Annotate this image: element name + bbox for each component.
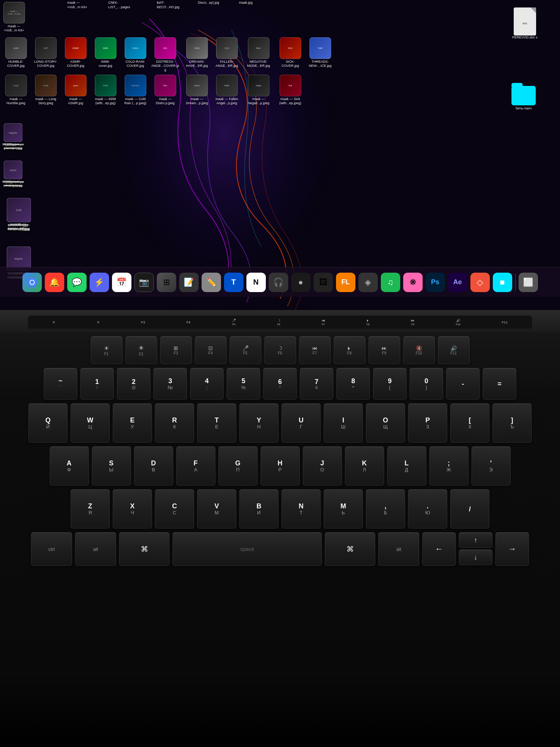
- key-l[interactable]: L Д: [387, 446, 426, 486]
- key-a[interactable]: A Ф: [50, 446, 89, 486]
- icon-43-subsc2[interactable]: subsc 43_subsc...: [2, 161, 24, 184]
- icon-coldrain-cover[interactable]: COLD COLD-RAIN-COVER.jpg: [121, 37, 149, 68]
- icon-maak-sick[interactable]: Sick maak — Sick(with...ep.jpeg): [276, 75, 304, 105]
- key-x[interactable]: X Ч: [113, 489, 152, 529]
- icon-sick-cover[interactable]: SCK SICK-COVER.jpg: [276, 37, 304, 68]
- key-f7[interactable]: ⏮ F7: [299, 336, 331, 364]
- key-f4[interactable]: ⊡ F4: [195, 336, 227, 364]
- touchbar-f3[interactable]: F3: [141, 320, 145, 324]
- icon-maak-coldrain[interactable]: Cold Rain maak — ColdRain (...p.jpeg): [121, 75, 149, 105]
- key-3[interactable]: 3 №: [153, 368, 187, 400]
- dock-headphones[interactable]: 🎧: [269, 273, 288, 292]
- key-e[interactable]: E У: [113, 403, 152, 443]
- key-4[interactable]: 4 ;: [190, 368, 224, 400]
- key-z[interactable]: Z Я: [71, 489, 110, 529]
- icon-threads-cover[interactable]: THR THREADS-NEW-...ICE.jpg: [306, 37, 334, 68]
- key-q[interactable]: Q Й: [28, 403, 68, 443]
- key-t[interactable]: T Е: [197, 403, 236, 443]
- key-c[interactable]: C С: [155, 489, 194, 529]
- touchbar-f11[interactable]: F11: [502, 320, 508, 324]
- key-arrow-right[interactable]: →: [495, 532, 529, 566]
- touchbar-brightness-high[interactable]: ☀: [97, 320, 100, 324]
- icon-asmr-cover[interactable]: ASMR ASMR-COVER.jpg: [62, 37, 90, 68]
- key-i[interactable]: I Ш: [324, 403, 363, 443]
- icon-humble-cover[interactable]: HUM HUMBLE-COVER.jpg: [2, 37, 30, 68]
- key-h[interactable]: H Р: [261, 446, 300, 486]
- dock-camera[interactable]: 📷: [134, 273, 154, 292]
- dock-notification[interactable]: 🔔: [45, 273, 64, 292]
- key-bracket-l[interactable]: [ Х: [450, 403, 489, 443]
- key-f6[interactable]: ☽ F6: [264, 336, 296, 364]
- desktop-icon-maak-vult[interactable]: maak —«Vult...m Kit» maak —«Vult...m Kit…: [0, 2, 28, 32]
- touchbar-vol-f10[interactable]: 🔊F10: [456, 319, 460, 326]
- touchbar-brightness-low[interactable]: ☀: [52, 320, 55, 324]
- key-minus[interactable]: -: [446, 368, 480, 400]
- key-f11[interactable]: 🔊 F11: [438, 336, 470, 364]
- dock-turquoise[interactable]: ■: [493, 273, 512, 292]
- key-bracket-r[interactable]: ] Ъ: [492, 403, 532, 443]
- key-5[interactable]: 5 %: [227, 368, 260, 400]
- dock-fl-studio[interactable]: FL: [336, 273, 355, 292]
- key-8[interactable]: 8 *: [336, 368, 370, 400]
- key-7[interactable]: 7 &: [300, 368, 333, 400]
- dock-icon2[interactable]: ❋: [403, 273, 423, 292]
- key-w[interactable]: W Ц: [71, 403, 110, 443]
- key-f8[interactable]: ⏵ F8: [334, 336, 365, 364]
- key-space[interactable]: space: [172, 532, 322, 566]
- icon-maak-neg[interactable]: Negati maak —Negati...p.jpeg: [245, 75, 273, 105]
- key-m[interactable]: M Ь: [324, 489, 363, 529]
- touchbar-f4[interactable]: F4: [186, 320, 190, 324]
- key-9[interactable]: 9 (: [373, 368, 407, 400]
- dock-pencil[interactable]: ✏️: [202, 273, 221, 292]
- dock-photos[interactable]: 🖼: [314, 273, 333, 292]
- key-f9[interactable]: ⏭ F9: [368, 336, 400, 364]
- key-g[interactable]: G П: [218, 446, 258, 486]
- dock-discord[interactable]: ⚡: [90, 273, 109, 292]
- key-v[interactable]: V М: [197, 489, 236, 529]
- key-f[interactable]: F А: [176, 446, 215, 486]
- key-1[interactable]: 1 !: [80, 368, 114, 400]
- key-cmd-left[interactable]: ⌘: [119, 532, 169, 566]
- dock-spotify[interactable]: ♫: [381, 273, 400, 292]
- icon-fallen-cover[interactable]: FLN FALLEN-ANGE...ER.jpg: [213, 37, 241, 68]
- icon-maak-humble[interactable]: maak maak —Humble.jpeg: [2, 75, 30, 105]
- touchbar-next-f9[interactable]: ⏭F9: [411, 319, 414, 326]
- dock-calendar[interactable]: 📅: [112, 273, 131, 292]
- key-6[interactable]: 6 ^: [263, 368, 297, 400]
- icon-43-subscr[interactable]: подпис 43_подпис...: [2, 123, 24, 146]
- key-f2[interactable]: ☀ F2: [125, 336, 157, 364]
- icon-negative-cover[interactable]: NEG NEGATIVE-MODE...ER.jpg: [245, 37, 273, 68]
- icon-maak-fallen[interactable]: Fallen maak — FallenAngel...p.jpeg: [213, 75, 241, 105]
- key-0[interactable]: 0 ): [410, 368, 443, 400]
- key-d[interactable]: D В: [134, 446, 173, 486]
- icon-distress-cover[interactable]: DIS DISTRESS-ANGE...COVER.jpg: [151, 37, 179, 72]
- cyan-folder-container[interactable]: биты панч: [511, 86, 536, 110]
- key-arrow-up[interactable]: ↑: [459, 532, 492, 548]
- icon-maak-longstory[interactable]: maak maak — LongStory.jpeg: [32, 75, 60, 105]
- icon-sub-3[interactable]: SUB SUB...: [2, 198, 35, 227]
- dock-launchpad[interactable]: ⊞: [157, 273, 176, 292]
- key-u[interactable]: U Г: [281, 403, 321, 443]
- dock-icon1[interactable]: ◈: [358, 273, 378, 292]
- key-equals[interactable]: =: [483, 368, 516, 400]
- key-r[interactable]: R К: [155, 403, 194, 443]
- icon-maak-asmr[interactable]: asmr maak —ASMR.jpg: [62, 75, 90, 105]
- dock-chrome[interactable]: [22, 273, 42, 292]
- icon-longstory-cover[interactable]: LST LONG-STORY-COVER.jpg: [32, 37, 60, 68]
- dock-whatsapp[interactable]: 💬: [67, 273, 87, 292]
- dock-app1[interactable]: ●: [291, 273, 311, 292]
- dock-swift[interactable]: ◇: [470, 273, 490, 292]
- key-arrow-left[interactable]: ←: [422, 532, 456, 566]
- key-f3[interactable]: ⊞ F3: [160, 336, 192, 364]
- perevod-doc[interactable]: doc PEREVOD.doc x: [512, 7, 538, 39]
- key-alt-left[interactable]: alt: [75, 532, 116, 566]
- key-cmd-right[interactable]: ⌘: [325, 532, 375, 566]
- touchbar-moon-f6[interactable]: ☽F6: [277, 319, 280, 326]
- key-tilde[interactable]: ~ `: [44, 368, 77, 400]
- key-arrow-down[interactable]: ↓: [459, 549, 492, 565]
- key-o[interactable]: O Щ: [366, 403, 405, 443]
- icon-maak-distr[interactable]: Distr maak —Distru.p.jpeg: [151, 75, 179, 105]
- key-f10[interactable]: 🔇 F10: [403, 336, 435, 364]
- key-f1[interactable]: ☀ F1: [91, 336, 122, 364]
- key-quote[interactable]: ' Э: [472, 446, 511, 486]
